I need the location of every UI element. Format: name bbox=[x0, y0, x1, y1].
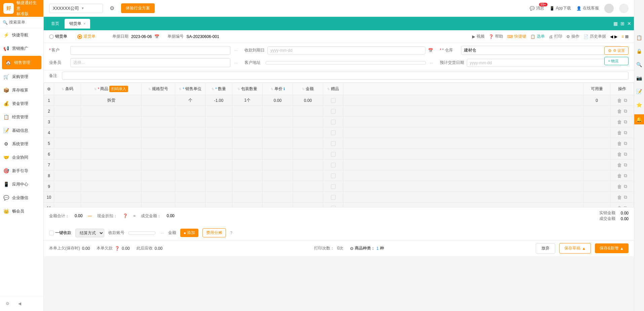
cell-qty[interactable]: -1.00 bbox=[205, 95, 232, 106]
cell-product[interactable] bbox=[81, 203, 142, 207]
delete-icon[interactable]: 🗑 bbox=[617, 184, 622, 189]
cell-barcode[interactable] bbox=[54, 203, 81, 207]
warehouse-input[interactable]: 建材仓 bbox=[461, 46, 621, 55]
cell-unit-price[interactable] bbox=[263, 106, 293, 117]
cell-gift[interactable] bbox=[323, 149, 343, 160]
cell-gift[interactable] bbox=[323, 127, 343, 138]
cell-unit[interactable] bbox=[175, 106, 205, 117]
settings-bottom-btn[interactable]: ⚙ bbox=[3, 299, 12, 308]
operation-btn[interactable]: ⚙ 操作 bbox=[566, 34, 579, 39]
sort-gift[interactable]: ⇅ bbox=[327, 87, 330, 91]
cell-unit-price[interactable] bbox=[263, 192, 293, 203]
salesperson-input[interactable]: 选择... bbox=[70, 58, 230, 67]
customer-input[interactable] bbox=[70, 46, 230, 55]
sort-product[interactable]: ⇅ bbox=[94, 87, 97, 91]
payment-method-select[interactable]: 结算方式 bbox=[75, 229, 104, 237]
salesperson-dots[interactable]: ··· bbox=[234, 61, 238, 65]
cell-unit-price[interactable] bbox=[263, 127, 293, 138]
delete-icon[interactable]: 🗑 bbox=[617, 152, 622, 157]
avatar[interactable] bbox=[604, 4, 614, 13]
cell-spec[interactable] bbox=[142, 170, 175, 181]
sidebar-item-app[interactable]: 📱 应用中心 bbox=[0, 178, 43, 191]
sidebar-item-sales[interactable]: 🏠 销售管理 bbox=[2, 56, 41, 69]
cell-barcode[interactable] bbox=[54, 117, 81, 127]
cell-pkg-qty[interactable] bbox=[232, 192, 263, 203]
one-click-payment-checkbox[interactable]: 一键收款 bbox=[49, 230, 71, 236]
sidebar-item-basic[interactable]: 📝 基础信息 bbox=[0, 124, 43, 137]
cell-gift[interactable] bbox=[323, 170, 343, 181]
calendar-icon[interactable]: 📅 bbox=[154, 34, 159, 39]
copy-icon[interactable]: ⧉ bbox=[624, 130, 627, 135]
delete-icon[interactable]: 🗑 bbox=[617, 109, 622, 114]
sort-price[interactable]: ⇅ bbox=[271, 87, 273, 91]
cell-qty[interactable] bbox=[205, 138, 232, 149]
cell-unit-price[interactable] bbox=[263, 160, 293, 170]
right-panel-icon-4[interactable]: 📷 bbox=[635, 74, 643, 82]
cell-qty[interactable] bbox=[205, 117, 232, 127]
cell-product[interactable]: 拆货 bbox=[81, 95, 142, 106]
cell-unit[interactable] bbox=[175, 127, 205, 138]
cell-unit[interactable] bbox=[175, 117, 205, 127]
message-button[interactable]: 💬 消息 99+ bbox=[530, 5, 544, 11]
tab-close-all-icon[interactable]: ✕ bbox=[627, 21, 631, 26]
cell-qty[interactable] bbox=[205, 160, 232, 170]
sidebar-item-wechat[interactable]: 💬 企业微信 bbox=[0, 191, 43, 204]
cell-product[interactable] bbox=[81, 181, 142, 192]
expense-button[interactable]: 费用分摊 bbox=[202, 228, 226, 237]
add-button[interactable]: ● 添加 bbox=[180, 229, 198, 237]
delete-icon[interactable]: 🗑 bbox=[617, 119, 622, 125]
sort-barcode[interactable]: ⇅ bbox=[62, 87, 64, 91]
cell-amount[interactable] bbox=[293, 106, 323, 117]
cell-qty[interactable] bbox=[205, 149, 232, 160]
video-btn[interactable]: ▶ 视频 bbox=[472, 34, 485, 39]
app-download-button[interactable]: 📱 App下载 bbox=[550, 5, 571, 11]
sidebar-item-enterprise[interactable]: 🤝 企业协同 bbox=[0, 151, 43, 164]
cell-barcode[interactable] bbox=[54, 170, 81, 181]
copy-icon[interactable]: ⧉ bbox=[624, 184, 627, 189]
right-panel-icon-6[interactable]: ⭐ bbox=[635, 101, 643, 109]
company-selector[interactable]: XXXXXX公司 ▼ bbox=[49, 4, 103, 13]
cell-gift[interactable] bbox=[323, 160, 343, 170]
cell-qty[interactable] bbox=[205, 170, 232, 181]
right-panel-icon-5[interactable]: 📝 bbox=[635, 87, 643, 95]
cell-gift[interactable] bbox=[323, 203, 343, 207]
cell-spec[interactable] bbox=[142, 127, 175, 138]
cell-amount[interactable] bbox=[293, 170, 323, 181]
cell-unit-price[interactable] bbox=[263, 138, 293, 149]
cell-amount[interactable] bbox=[293, 192, 323, 203]
cell-amount[interactable] bbox=[293, 181, 323, 192]
cell-pkg-qty[interactable] bbox=[232, 127, 263, 138]
cell-amount[interactable] bbox=[293, 127, 323, 138]
tab-layout-icon-1[interactable]: ▦ bbox=[613, 21, 618, 26]
copy-icon[interactable]: ⧉ bbox=[624, 119, 627, 125]
right-panel-icon-3[interactable]: 🔍 bbox=[635, 61, 643, 69]
cell-barcode[interactable] bbox=[54, 138, 81, 149]
select-btn[interactable]: 📋 选单 bbox=[530, 34, 545, 39]
cell-unit-price[interactable] bbox=[263, 170, 293, 181]
delete-icon[interactable]: 🗑 bbox=[617, 173, 622, 179]
cell-spec[interactable] bbox=[142, 106, 175, 117]
sidebar-item-biz[interactable]: 📋 经营管理 bbox=[0, 110, 43, 124]
cell-gift[interactable] bbox=[323, 117, 343, 127]
delete-icon[interactable]: 🗑 bbox=[617, 98, 622, 103]
sort-qty[interactable]: ⇅ bbox=[212, 87, 214, 91]
cell-product[interactable] bbox=[81, 138, 142, 149]
cell-unit-price[interactable] bbox=[263, 181, 293, 192]
prev-icon[interactable]: ◀ bbox=[610, 34, 613, 39]
expected-date-input[interactable]: yyyy-mm-dd bbox=[467, 59, 621, 67]
cell-unit[interactable] bbox=[175, 149, 205, 160]
cell-unit[interactable] bbox=[175, 192, 205, 203]
sidebar-item-marketing[interactable]: 📢 营销推广 bbox=[0, 42, 43, 55]
cell-gift[interactable] bbox=[323, 192, 343, 203]
delete-icon[interactable]: 🗑 bbox=[617, 162, 622, 168]
cell-pkg-qty[interactable] bbox=[232, 149, 263, 160]
cell-qty[interactable] bbox=[205, 181, 232, 192]
right-panel-icon-1[interactable]: 📋 bbox=[635, 34, 643, 42]
cell-unit-price[interactable] bbox=[263, 149, 293, 160]
cell-spec[interactable] bbox=[142, 149, 175, 160]
discard-button[interactable]: 放弃 bbox=[536, 243, 555, 254]
print-btn[interactable]: 🖨 打印 bbox=[549, 34, 562, 39]
cell-gift[interactable] bbox=[323, 95, 343, 106]
sidebar-item-newbie[interactable]: 🎯 新手引导 bbox=[0, 164, 43, 178]
sort-pkg[interactable]: ⇅ bbox=[237, 87, 240, 91]
